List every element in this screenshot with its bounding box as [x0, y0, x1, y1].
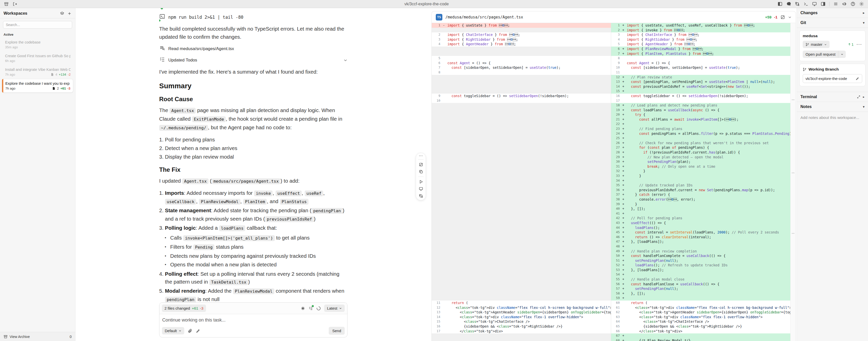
git-compare-icon[interactable] [419, 194, 423, 198]
section-notes[interactable]: Notes ▾ [797, 102, 868, 112]
add-workspace-icon[interactable] [67, 11, 72, 16]
workspace-time: 7h ago [5, 87, 16, 90]
panel-right-icon[interactable] [821, 2, 826, 6]
chat-paragraph: The build completed successfully with no… [159, 25, 347, 41]
terminal-icon[interactable] [803, 2, 808, 6]
mode-dropdown[interactable]: Default [162, 327, 184, 334]
panel-left-icon[interactable] [778, 2, 782, 6]
collapse-sidebar-icon[interactable] [13, 2, 17, 6]
chat-list-item: 3. Display the plan review modal [159, 153, 347, 161]
branch-icon [803, 67, 807, 71]
files-changed-badge[interactable]: 2 files changed +61 -3 [162, 305, 206, 312]
diff-row: 59+ [432, 296, 790, 301]
chevron-down-icon[interactable] [788, 16, 792, 19]
diff-line: 65 {sidebarOpen && <class="tok-tg">Right… [611, 324, 790, 329]
view-archive-row[interactable]: View Archive 0 [0, 332, 75, 341]
chat-list: 1. Poll for pending plans2. Detect when … [159, 135, 347, 161]
copy-icon[interactable] [419, 169, 423, 174]
diff-row: 36+ previousPlanIdsRef.current = new Set… [432, 188, 790, 192]
chat-list: •Calls invoke<PlanItem[]>('get_all_plans… [159, 234, 347, 269]
edit-pencil-icon[interactable] [856, 76, 859, 81]
notes-placeholder[interactable]: Add notes about this workspace... [797, 112, 868, 123]
chat-bubble-icon[interactable] [786, 2, 791, 6]
megaphone-icon[interactable] [842, 2, 847, 6]
diff-line [432, 103, 611, 108]
working-branch-title: Working Branch [809, 67, 839, 71]
more-options-icon[interactable]: ··· [857, 42, 862, 47]
version-label: Latest [327, 306, 337, 310]
diff-line [432, 197, 611, 202]
menu-icon[interactable] [833, 2, 838, 6]
diff-scrollbar[interactable] [790, 23, 796, 341]
titlebar-left-icons [0, 2, 75, 6]
open-pull-request-button[interactable]: Open pull request [803, 51, 838, 58]
diff-row: 21+ const allPlans = await invoke<PlanIt… [432, 117, 790, 122]
workspace-item[interactable]: Explore the codebase35m ago [2, 38, 73, 51]
gear-icon[interactable] [859, 2, 864, 6]
diff-badges: 2+61-3 [52, 87, 70, 90]
composer: 2 files changed +61 -3 Latest Continue w… [159, 302, 347, 337]
diff-content[interactable]: 1-import { useState } from 0;1+import … [432, 23, 790, 341]
diff-line: 28+ if (!previousPlanIdsRef.current.has(… [611, 150, 790, 155]
pr-options-chevron[interactable] [838, 51, 846, 58]
diff-row: 13 <class="tok-tg">AgentHeader sidebarOp… [432, 310, 790, 315]
tool-call-row[interactable]: npm run build 2>&1 | tail -80 [159, 13, 347, 21]
caret-down-icon: ▾ [863, 21, 864, 25]
send-button[interactable]: Send [329, 327, 345, 335]
diff-line: 47+ }, [loadPlans]); [611, 239, 790, 244]
inline-code: useEffect [276, 190, 302, 196]
diff-row: 39+ } [432, 202, 790, 207]
attach-icon[interactable] [188, 329, 192, 333]
composer-toolbar: Default Send [159, 325, 347, 337]
version-dropdown[interactable]: Latest [324, 305, 345, 312]
diff-line: 27+ for (const plan of pendingPlans) { [611, 145, 790, 150]
help-icon[interactable] [850, 2, 855, 6]
diff-line [432, 244, 611, 249]
inline-code: pendingPlan [312, 208, 343, 214]
diff-row: 1-import { useState } from 0;1+import … [432, 23, 790, 28]
section-terminal[interactable]: Terminal ▸ [797, 92, 868, 102]
diff-file-path: /medusa/medusa/src/pages/Agent.tsx [445, 15, 762, 20]
split-diff-icon[interactable] [419, 162, 423, 167]
todo-list-icon[interactable] [308, 306, 313, 311]
tool-call-row[interactable]: Updated Todos [159, 56, 347, 64]
workspace-time: 6h ago [5, 59, 15, 63]
workspace-item[interactable]: Install and integrate Vibe Kanban Web C7… [2, 65, 73, 79]
layers-icon[interactable] [60, 11, 64, 16]
message-input[interactable]: Continue working on this task... [159, 314, 347, 325]
diff-row: 7+import { PlanItem, PlanStatus } from … [432, 51, 790, 56]
archive-count: 0 [70, 335, 72, 339]
tool-call-row[interactable]: Read medusa/src/pages/Agent.tsx [159, 45, 347, 52]
diff-row: 15+ [432, 89, 790, 94]
diff-row: 20+ try { [432, 112, 790, 117]
chevron-down-icon[interactable] [343, 58, 347, 62]
diff-line [432, 263, 611, 268]
sparkle-icon[interactable] [301, 306, 305, 311]
section-git[interactable]: Git ▾ [797, 18, 868, 28]
diff-line: 43+ useEffect(() => { [611, 221, 790, 225]
monitor-icon[interactable] [812, 2, 817, 6]
branch-dropdown[interactable]: master [803, 41, 830, 48]
search-input[interactable] [3, 21, 72, 29]
tool-call-label: Updated Todos [168, 58, 197, 63]
diff-row: 68+ {/* Plan Review Modal */} [432, 338, 790, 341]
section-changes[interactable]: Changes ▸ [797, 8, 868, 18]
archive-icon[interactable] [4, 2, 9, 6]
split-diff-icon[interactable] [780, 15, 785, 20]
git-compare-icon[interactable] [795, 2, 800, 6]
annotate-pen-icon[interactable] [196, 329, 200, 333]
workspace-item[interactable]: Explore the codebase I want you to exp7h… [2, 79, 73, 93]
diff-line [432, 225, 611, 230]
monitor-icon[interactable] [419, 187, 423, 191]
drag-handle-icon[interactable] [419, 155, 423, 157]
mode-label: Default [165, 329, 177, 333]
diff-header[interactable]: TS /medusa/medusa/src/pages/Agent.tsx +5… [432, 11, 796, 23]
diff-line [432, 239, 611, 244]
working-branch-field[interactable]: vk/3ccf-explore-the-code [803, 74, 862, 83]
diff-line [432, 286, 611, 291]
play-icon[interactable] [419, 180, 423, 184]
workspace-item[interactable]: Create Good First Issues on Github So p6… [2, 52, 73, 65]
expand-icon[interactable] [857, 95, 860, 99]
diff-line: 9 const toggleSidebar = () => setSidebar… [432, 94, 611, 98]
diff-line: 7 const [sidebarOpen, setSidebarOpen] = … [432, 65, 611, 70]
